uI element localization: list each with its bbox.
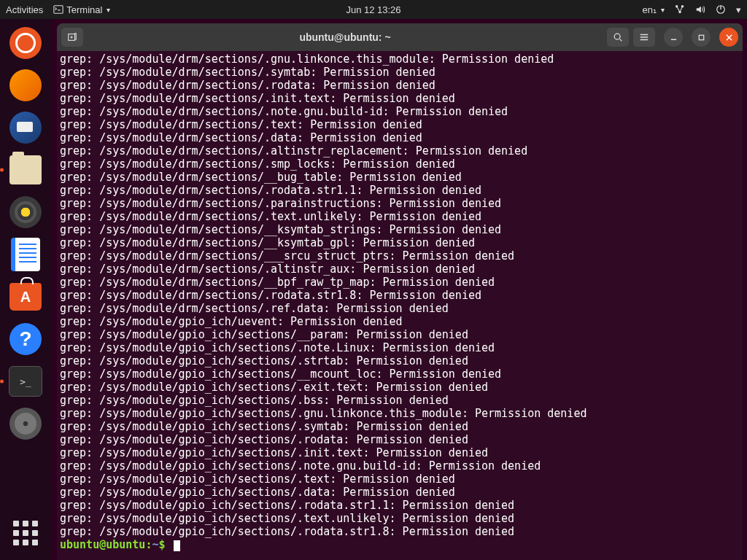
minimize-button[interactable] [664,28,683,47]
firefox-icon [9,69,42,101]
dock-ubuntu[interactable] [7,25,44,61]
clock[interactable]: Jun 12 13:26 [346,4,400,15]
terminal-line: grep: /sys/module/drm/sections/.ref.data… [60,302,740,315]
thunderbird-icon [9,112,42,144]
close-button[interactable] [719,28,738,47]
hamburger-icon [639,32,649,42]
gnome-top-bar: Activities Terminal Jun 12 13:26 en₁ ▾ [0,0,747,19]
terminal-line: grep: /sys/module/drm/sections/__bpf_raw… [60,276,740,289]
terminal-indicator-icon [53,4,63,15]
hamburger-menu-button[interactable] [633,28,655,47]
power-icon[interactable] [716,4,726,15]
window-title: ubuntu@ubuntu: ~ [88,31,603,43]
terminal-line: grep: /sys/module/drm/sections/.symtab: … [60,66,740,79]
dock-firefox[interactable] [7,67,44,104]
terminal-line: grep: /sys/module/gpio_ich/sections/.not… [60,341,740,354]
terminal-line: grep: /sys/module/drm/sections/___srcu_s… [60,249,740,262]
svg-point-7 [614,34,620,39]
terminal-line: grep: /sys/module/drm/sections/.altinstr… [60,262,740,276]
terminal-line: grep: /sys/module/gpio_ich/sections/.dat… [60,486,740,499]
terminal-icon: >_ [9,366,42,397]
app-menu-label: Terminal [66,4,102,15]
svg-rect-10 [699,35,703,39]
close-icon [725,34,733,42]
help-icon: ? [9,323,42,355]
terminal-line: grep: /sys/module/drm/sections/.parainst… [60,197,740,210]
svg-line-8 [620,39,622,42]
terminal-line: grep: /sys/module/drm/sections/.altinstr… [60,144,740,158]
terminal-line: grep: /sys/module/drm/sections/.text: Pe… [60,118,740,131]
terminal-line: grep: /sys/module/gpio_ich/sections/.gnu… [60,407,740,420]
terminal-line: grep: /sys/module/drm/sections/.smp_lock… [60,158,740,171]
dock-software[interactable] [7,279,44,315]
terminal-line: grep: /sys/module/drm/sections/.text.unl… [60,210,740,223]
terminal-output[interactable]: grep: /sys/module/drm/sections/.gnu.link… [57,51,743,560]
dock-thunderbird[interactable] [7,109,44,146]
dock-files[interactable] [7,152,44,188]
cursor [174,540,180,551]
dock-writer[interactable] [7,236,44,273]
ubuntu-logo-icon [9,27,42,59]
terminal-line: grep: /sys/module/gpio_ich/sections/.exi… [60,381,740,394]
network-icon[interactable] [675,4,685,15]
input-source[interactable]: en₁ [643,4,665,15]
minimize-icon [670,34,678,42]
window-titlebar[interactable]: ubuntu@ubuntu: ~ [57,23,743,51]
terminal-line: grep: /sys/module/drm/sections/.note.gnu… [60,105,740,118]
disk-icon [9,408,42,440]
dock-rhythmbox[interactable] [7,194,44,230]
dock-help[interactable]: ? [7,321,44,357]
terminal-line: grep: /sys/module/gpio_ich/sections/.ini… [60,446,740,459]
rhythmbox-icon [9,196,42,228]
terminal-line: grep: /sys/module/drm/sections/.rodata: … [60,79,740,92]
new-tab-icon [67,32,77,42]
activities-button[interactable]: Activities [6,4,43,15]
volume-icon[interactable] [695,4,705,15]
terminal-line: grep: /sys/module/gpio_ich/sections/.rod… [60,499,740,512]
terminal-line: grep: /sys/module/gpio_ich/sections/.tex… [60,512,740,525]
terminal-line: grep: /sys/module/gpio_ich/sections/.sym… [60,420,740,433]
files-icon [9,155,42,184]
terminal-line: grep: /sys/module/gpio_ich/sections/.rod… [60,433,740,446]
svg-rect-0 [54,6,63,14]
dock-terminal[interactable]: >_ [7,363,44,400]
terminal-line: grep: /sys/module/gpio_ich/sections/__pa… [60,328,740,341]
terminal-line: grep: /sys/module/drm/sections/.rodata.s… [60,184,740,197]
terminal-line: grep: /sys/module/gpio_ich/sections/.tex… [60,472,740,486]
terminal-prompt[interactable]: ubuntu@ubuntu:~$ [60,538,740,551]
terminal-line: grep: /sys/module/gpio_ich/uevent: Permi… [60,315,740,328]
terminal-line: grep: /sys/module/drm/sections/.data: Pe… [60,131,740,144]
libreoffice-writer-icon [11,238,40,271]
maximize-icon [697,34,705,42]
terminal-line: grep: /sys/module/gpio_ich/sections/.rod… [60,525,740,538]
terminal-line: grep: /sys/module/drm/sections/__ksymtab… [60,223,740,236]
terminal-line: grep: /sys/module/gpio_ich/sections/.str… [60,354,740,368]
maximize-button[interactable] [692,28,711,47]
terminal-window: ubuntu@ubuntu: ~ grep: /sys/module/drm/s… [57,23,743,560]
terminal-line: grep: /sys/module/gpio_ich/sections/.bss… [60,394,740,407]
ubuntu-software-icon [9,283,42,311]
terminal-line: grep: /sys/module/drm/sections/.gnu.link… [60,52,740,66]
new-tab-button[interactable] [61,28,83,47]
search-button[interactable] [607,28,629,47]
terminal-line: grep: /sys/module/gpio_ich/sections/__mc… [60,368,740,381]
terminal-line: grep: /sys/module/drm/sections/.rodata.s… [60,289,740,302]
app-menu[interactable]: Terminal [53,4,110,15]
terminal-line: grep: /sys/module/drm/sections/__ksymtab… [60,236,740,249]
dock-disks[interactable] [7,405,44,442]
dock: ? >_ [0,19,51,560]
search-icon [613,32,623,42]
terminal-line: grep: /sys/module/gpio_ich/sections/.not… [60,459,740,472]
system-menu-arrow[interactable]: ▾ [736,4,741,15]
terminal-line: grep: /sys/module/drm/sections/.init.tex… [60,92,740,105]
terminal-line: grep: /sys/module/drm/sections/__bug_tab… [60,171,740,184]
show-applications[interactable] [7,515,44,551]
